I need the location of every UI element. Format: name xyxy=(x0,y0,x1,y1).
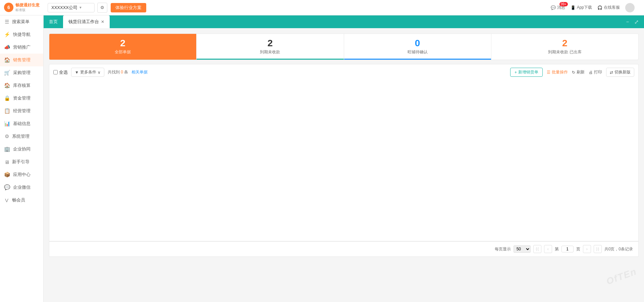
next-page-button[interactable]: › xyxy=(583,245,591,253)
filter-icon: ▼ xyxy=(75,70,79,75)
sidebar-inventory-label: 库存核算 xyxy=(13,82,31,88)
sidebar-item-system[interactable]: ⚙ 系统管理 xyxy=(0,130,43,143)
stat-all-num: 2 xyxy=(56,39,190,48)
headset-icon: 🎧 xyxy=(597,5,602,10)
sidebar-item-inventory[interactable]: 🏠 库存核算 xyxy=(0,79,43,92)
toolbar-right: + 新增销货单 ☰ 批量操作 ↻ 刷新 🖨 打印 ⇄ 切换新版 xyxy=(510,68,634,77)
tab-home[interactable]: 首页 xyxy=(44,15,63,28)
sidebar-item-guide[interactable]: 🖥 新手引导 xyxy=(0,156,43,168)
main-content: 2 全部单据 2 到期未收款 0 旺辅待确认 2 到期未收款 已出库 全选 ▼ xyxy=(44,28,644,302)
sidebar-item-quick-nav[interactable]: ⚡ 快捷导航 xyxy=(0,28,43,41)
filter-label: 更多条件 xyxy=(80,69,96,75)
sales-icon: 🏠 xyxy=(4,57,10,63)
logo-name: 畅捷通好生意 xyxy=(15,3,40,7)
tab-navigation: 首页 钱货日清工作台 ✕ － ⤢ xyxy=(44,15,644,28)
tab-workbench-label: 钱货日清工作台 xyxy=(68,19,99,25)
refresh-icon: ↻ xyxy=(572,70,575,75)
select-all-input[interactable] xyxy=(53,70,58,74)
guide-icon: 🖥 xyxy=(4,159,9,165)
tab-maximize-button[interactable]: ⤢ xyxy=(632,19,641,25)
sidebar-sales-label: 销售管理 xyxy=(13,57,31,63)
sidebar-item-member[interactable]: V 畅会员 xyxy=(0,194,43,206)
tab-home-label: 首页 xyxy=(49,19,58,25)
sidebar-item-finance[interactable]: 🔒 资金管理 xyxy=(0,92,43,105)
select-all-checkbox[interactable]: 全选 xyxy=(53,69,68,75)
app-download-button[interactable]: 📱 App下载 xyxy=(571,5,592,10)
stat-overdue-bar xyxy=(197,59,343,60)
sidebar-item-enterprise[interactable]: 🏢 企业协同 xyxy=(0,143,43,156)
sidebar-item-appcenter[interactable]: 📦 应用中心 xyxy=(0,168,43,181)
sidebar-item-wechat[interactable]: 💬 企业微信 xyxy=(0,181,43,194)
switch-version-button[interactable]: ⇄ 切换新版 xyxy=(606,68,634,77)
total-info: 共0页，0条记录 xyxy=(604,246,633,252)
company-dropdown-arrow: ▼ xyxy=(79,6,82,9)
sidebar-item-purchase[interactable]: 🛒 采购管理 xyxy=(0,66,43,79)
page-input[interactable] xyxy=(561,246,574,252)
sidebar-purchase-label: 采购管理 xyxy=(13,70,31,76)
toolbar-left: 全选 ▼ 更多条件 ∨ 共找到 0 条 相关单据 xyxy=(53,68,148,77)
logo-icon: 6 xyxy=(4,3,13,12)
new-order-label: 新增销货单 xyxy=(518,69,538,75)
service-label: 在线客服 xyxy=(604,5,620,10)
stat-pending[interactable]: 0 旺辅待确认 xyxy=(344,34,491,60)
user-avatar[interactable] xyxy=(625,3,635,12)
batch-icon: ☰ xyxy=(547,70,550,75)
basic-icon: 📊 xyxy=(4,121,10,127)
new-order-button[interactable]: + 新增销货单 xyxy=(510,68,543,77)
member-icon: V xyxy=(4,197,9,203)
sidebar-wechat-label: 企业微信 xyxy=(13,184,31,190)
header-right: 💬 消息 99+ 📱 App下载 🎧 在线客服 xyxy=(551,3,640,12)
stat-overdue-shipped-label: 到期未收款 已出库 xyxy=(498,49,632,55)
switch-label: 切换新版 xyxy=(614,69,631,75)
sidebar-guide-label: 新手引导 xyxy=(12,159,30,165)
filter-button[interactable]: ▼ 更多条件 ∨ xyxy=(71,68,104,77)
sidebar-item-sales[interactable]: 🏠 销售管理 xyxy=(0,54,43,66)
stat-all[interactable]: 2 全部单据 xyxy=(49,34,197,60)
stat-pending-num: 0 xyxy=(351,39,484,48)
inventory-icon: 🏠 xyxy=(4,82,10,88)
sidebar: ☰ 搜索菜单 ⚡ 快捷导航 📣 营销推广 🏠 销售管理 🛒 采购管理 🏠 库存核… xyxy=(0,15,44,302)
sidebar-item-operations[interactable]: 📋 经营管理 xyxy=(0,105,43,117)
per-page-select[interactable]: 50 10 20 100 xyxy=(514,245,531,253)
sidebar-item-search[interactable]: ☰ 搜索菜单 xyxy=(0,15,43,28)
sidebar-quick-nav-label: 快捷导航 xyxy=(13,32,31,38)
operations-icon: 📋 xyxy=(4,108,10,114)
stat-overdue-shipped[interactable]: 2 到期未收款 已出库 xyxy=(491,34,638,60)
logo-sub: 标准版 xyxy=(15,8,40,12)
filter-arrow: ∨ xyxy=(98,70,101,75)
enterprise-icon: 🏢 xyxy=(4,146,10,152)
tab-close-button[interactable]: ✕ xyxy=(101,19,104,24)
print-button[interactable]: 🖨 打印 xyxy=(589,69,602,75)
settings-icon: ⚙ xyxy=(100,5,104,10)
related-link[interactable]: 相关单据 xyxy=(131,69,148,75)
logo: 6 畅捷通好生意 标准版 xyxy=(4,3,48,12)
tab-minimize-button[interactable]: － xyxy=(623,18,632,25)
sidebar-item-basic[interactable]: 📊 基础信息 xyxy=(0,117,43,130)
search-menu-icon: ☰ xyxy=(4,19,9,25)
message-badge: 99+ xyxy=(559,2,568,6)
stat-pending-bar xyxy=(344,59,491,60)
sidebar-appcenter-label: 应用中心 xyxy=(13,172,31,178)
sidebar-system-label: 系统管理 xyxy=(12,133,30,139)
online-service-button[interactable]: 🎧 在线客服 xyxy=(597,5,620,10)
purchase-icon: 🛒 xyxy=(4,70,10,76)
first-page-button[interactable]: ⟨⟨ xyxy=(533,245,541,253)
header: 6 畅捷通好生意 标准版 XXXXXX公司 ▼ ⚙ 体验行业方案 💬 消息 99… xyxy=(0,0,644,15)
trial-button[interactable]: 体验行业方案 xyxy=(111,3,146,12)
batch-label: 批量操作 xyxy=(552,69,568,75)
wechat-icon: 💬 xyxy=(4,184,10,190)
prev-page-button[interactable]: ‹ xyxy=(544,245,552,253)
last-page-button[interactable]: ⟩⟩ xyxy=(594,245,602,253)
appcenter-icon: 📦 xyxy=(4,172,10,178)
message-button[interactable]: 💬 消息 99+ xyxy=(551,5,565,10)
refresh-button[interactable]: ↻ 刷新 xyxy=(572,69,585,75)
stat-all-label: 全部单据 xyxy=(56,49,190,55)
company-selector[interactable]: XXXXXX公司 ▼ xyxy=(48,3,95,12)
sidebar-item-marketing[interactable]: 📣 营销推广 xyxy=(0,41,43,54)
stat-overdue[interactable]: 2 到期未收款 xyxy=(197,34,344,60)
tab-workbench[interactable]: 钱货日清工作台 ✕ xyxy=(63,15,110,28)
settings-button[interactable]: ⚙ xyxy=(97,3,107,13)
batch-operation-button[interactable]: ☰ 批量操作 xyxy=(547,69,568,75)
message-icon: 💬 xyxy=(551,5,556,10)
sidebar-member-label: 畅会员 xyxy=(12,197,25,203)
